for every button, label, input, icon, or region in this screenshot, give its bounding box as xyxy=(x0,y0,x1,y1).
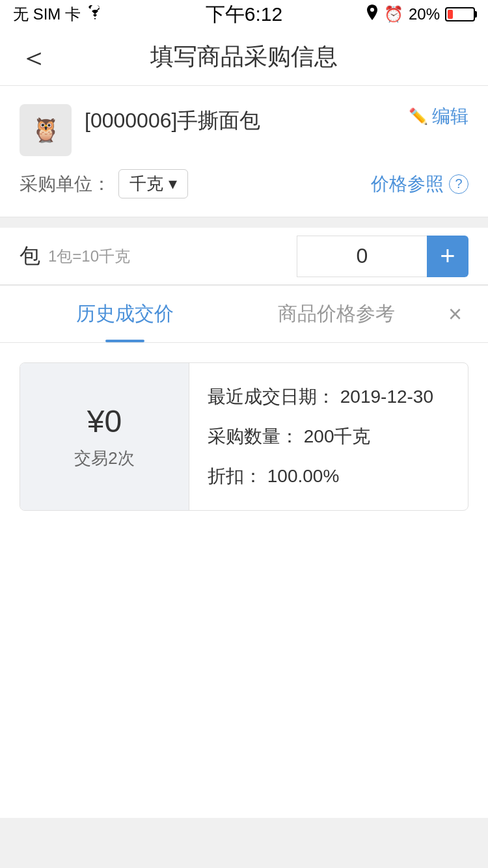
help-icon: ? xyxy=(449,174,468,194)
tab-history-price[interactable]: 历史成交价 xyxy=(20,286,230,342)
recent-date-row: 最近成交日期： 2019-12-30 xyxy=(208,383,450,412)
edit-label: 编辑 xyxy=(432,104,468,129)
section-divider xyxy=(0,217,488,228)
edit-button[interactable]: ✏️ 编辑 xyxy=(409,104,468,129)
edit-icon: ✏️ xyxy=(409,107,428,126)
product-name: [0000006]手撕面包 xyxy=(85,104,260,135)
no-sim-label: 无 SIM 卡 xyxy=(13,4,81,25)
quantity-plus-button[interactable]: + xyxy=(427,236,468,277)
product-image: 🦉 xyxy=(20,104,72,156)
quantity-unit: 包 xyxy=(20,242,40,271)
tabs-header: 历史成交价 商品价格参考 × xyxy=(0,286,488,343)
tab-price-reference[interactable]: 商品价格参考 xyxy=(230,286,441,342)
recent-date-label: 最近成交日期： xyxy=(208,387,335,407)
quantity-label: 包 1包=10千克 xyxy=(20,242,130,271)
status-time: 下午6:12 xyxy=(206,1,282,28)
battery-icon xyxy=(445,7,475,21)
product-thumbnail-icon: 🦉 xyxy=(31,116,61,144)
status-bar: 无 SIM 卡 下午6:12 ⏰ 20% xyxy=(0,0,488,29)
product-card: 🦉 [0000006]手撕面包 ✏️ 编辑 采购单位： 千克 ▾ 价格参照 ? xyxy=(0,86,488,217)
purchase-qty-row: 采购数量： 200千克 xyxy=(208,422,450,452)
quantity-hint: 1包=10千克 xyxy=(48,246,130,267)
status-left: 无 SIM 卡 xyxy=(13,4,104,25)
unit-row: 采购单位： 千克 ▾ xyxy=(20,169,188,198)
price-reference-button[interactable]: 价格参照 ? xyxy=(371,172,468,197)
tab-close-button[interactable]: × xyxy=(442,301,468,328)
back-button[interactable]: ＜ xyxy=(20,43,48,72)
battery-percent: 20% xyxy=(409,5,440,23)
quantity-input-group: 0 + xyxy=(297,236,468,277)
location-icon xyxy=(366,5,379,24)
price-ref-label: 价格参照 xyxy=(371,172,444,197)
unit-value: 千克 xyxy=(129,172,163,195)
tabs-panel: 历史成交价 商品价格参考 × ¥0 交易2次 最近成交日期： 2019-12-3… xyxy=(0,285,488,818)
unit-select-dropdown[interactable]: 千克 ▾ xyxy=(118,169,188,198)
discount-label: 折扣： xyxy=(208,466,262,486)
dropdown-arrow-icon: ▾ xyxy=(169,174,177,194)
discount-row: 折扣： 100.00% xyxy=(208,462,450,491)
page-title: 填写商品采购信息 xyxy=(150,41,338,73)
wifi-icon xyxy=(86,5,104,23)
discount-value: 100.00% xyxy=(267,466,340,486)
transaction-times: 交易2次 xyxy=(74,447,134,470)
transaction-details-area: 最近成交日期： 2019-12-30 采购数量： 200千克 折扣： 100.0… xyxy=(189,363,468,510)
transaction-price: ¥0 xyxy=(87,403,122,439)
quantity-row: 包 1包=10千克 0 + xyxy=(0,228,488,285)
product-header: 🦉 [0000006]手撕面包 ✏️ 编辑 xyxy=(20,104,468,156)
transaction-card: ¥0 交易2次 最近成交日期： 2019-12-30 采购数量： 200千克 折… xyxy=(20,362,468,511)
product-footer: 采购单位： 千克 ▾ 价格参照 ? xyxy=(20,169,468,198)
quantity-input[interactable]: 0 xyxy=(297,236,427,277)
alarm-icon: ⏰ xyxy=(384,5,403,23)
unit-prefix-label: 采购单位： xyxy=(20,172,111,197)
tab-history-label: 历史成交价 xyxy=(76,301,174,327)
tab-content-area: ¥0 交易2次 最近成交日期： 2019-12-30 采购数量： 200千克 折… xyxy=(0,362,488,818)
status-right: ⏰ 20% xyxy=(366,5,475,24)
recent-date-value: 2019-12-30 xyxy=(340,387,433,407)
transaction-price-area: ¥0 交易2次 xyxy=(20,363,189,510)
page-header: ＜ 填写商品采购信息 xyxy=(0,29,488,86)
purchase-qty-value: 200千克 xyxy=(304,426,371,446)
tab-price-ref-label: 商品价格参考 xyxy=(278,301,395,327)
purchase-qty-label: 采购数量： xyxy=(208,426,299,446)
product-info-left: 🦉 [0000006]手撕面包 xyxy=(20,104,260,156)
